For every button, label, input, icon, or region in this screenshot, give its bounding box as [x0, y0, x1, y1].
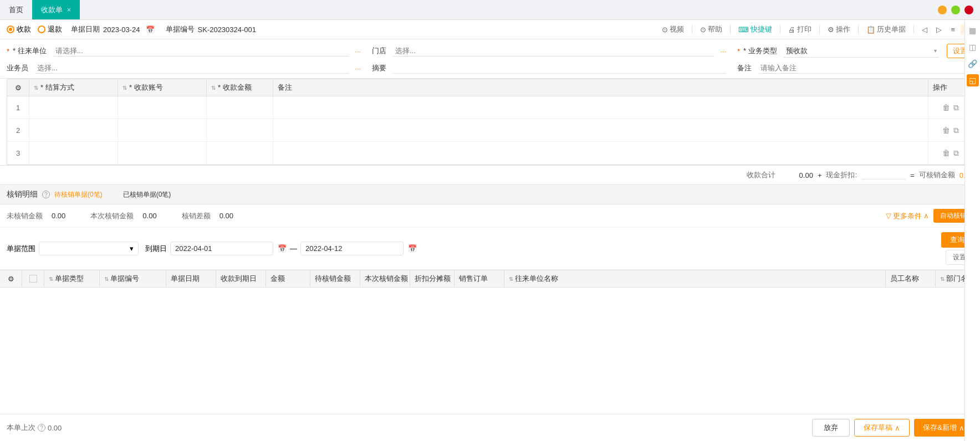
divider-6: [913, 25, 914, 34]
counterpart-more-icon[interactable]: ···: [355, 47, 361, 55]
counterpart-input[interactable]: [53, 45, 349, 57]
minimize-button[interactable]: [938, 6, 947, 14]
last-doc-info-icon[interactable]: ?: [38, 424, 45, 432]
row-3-amount[interactable]: [207, 142, 273, 164]
row-2-copy-icon[interactable]: ⧉: [953, 126, 959, 135]
dth-doc-date-label: 单据日期: [171, 274, 200, 284]
print-icon: 🖨: [788, 25, 795, 34]
refund-radio[interactable]: 退款: [38, 24, 62, 34]
operation-action[interactable]: ⚙ 操作: [824, 23, 854, 35]
verify-title: 核销明细: [7, 189, 38, 199]
receipt-radio[interactable]: 收款: [7, 24, 31, 34]
history-icon: 📋: [866, 25, 875, 34]
maximize-button[interactable]: [951, 6, 960, 14]
verify-stats-row: 未核销金额 0.00 本次核销金额 0.00 核销差额 0.00 ▽ 更多条件 …: [0, 204, 980, 227]
receipt-tab[interactable]: 收款单 ×: [32, 0, 80, 19]
pending-tab[interactable]: 待核销单据(0笔): [54, 190, 103, 199]
staff-input[interactable]: [35, 63, 349, 74]
store-input[interactable]: [393, 45, 714, 57]
done-tab[interactable]: 已核销单据(0笔): [123, 190, 171, 199]
th-sort-icon3[interactable]: ⇅: [211, 85, 216, 91]
close-button[interactable]: [964, 6, 973, 14]
th-amount-label: * 收款金额: [218, 83, 252, 93]
dth-sales-order: 销售订单: [455, 270, 504, 287]
row-2-settle[interactable]: [29, 119, 118, 141]
dth-employee-label: 员工名称: [890, 274, 919, 284]
dth-sort-icon3[interactable]: ⇅: [509, 276, 513, 282]
dth-counterpart: ⇅ 往来单位名称: [504, 270, 886, 287]
dth-sort-icon2[interactable]: ⇅: [104, 276, 109, 282]
video-action[interactable]: ⊙ 视频: [659, 23, 687, 35]
row-2-delete-icon[interactable]: 🗑: [942, 126, 950, 135]
help-action[interactable]: ⊙ 帮助: [697, 23, 726, 35]
biz-type-select[interactable]: 预收款 ▾: [784, 45, 939, 58]
row-1-amount[interactable]: [207, 96, 273, 119]
row-3-note[interactable]: [273, 142, 928, 164]
row-1-note[interactable]: [273, 96, 928, 119]
divider-2: [730, 25, 731, 34]
more-conditions-btn[interactable]: ▽ 更多条件 ∧: [886, 211, 929, 221]
date-from-input[interactable]: [170, 242, 273, 255]
operation-label: 操作: [836, 24, 850, 34]
list-view-action[interactable]: ≡: [947, 24, 958, 35]
range-chevron-icon: ▾: [130, 244, 134, 253]
row-1-delete-icon[interactable]: 🗑: [942, 103, 950, 112]
more-conditions-label: 更多条件: [893, 211, 922, 221]
notes-input[interactable]: [758, 63, 973, 74]
abandon-button[interactable]: 放弃: [812, 419, 850, 437]
verify-info-icon[interactable]: ?: [42, 191, 50, 198]
store-more-icon[interactable]: ···: [720, 47, 726, 55]
divider-4: [819, 25, 820, 34]
row-1-copy-icon[interactable]: ⧉: [953, 103, 959, 112]
row-3-account[interactable]: [118, 142, 207, 164]
row-3-delete-icon[interactable]: 🗑: [942, 148, 950, 157]
help-label: 帮助: [708, 24, 722, 34]
dth-sort-icon[interactable]: ⇅: [49, 276, 53, 282]
total-label: 收款合计: [747, 170, 775, 180]
doc-date-calendar-icon[interactable]: 📅: [144, 24, 157, 35]
prev-action[interactable]: ◁: [918, 24, 931, 35]
dth-gear[interactable]: ⚙: [0, 270, 22, 287]
row-2-note[interactable]: [273, 119, 928, 141]
save-new-label: 保存&新增: [923, 423, 957, 433]
th-sort-icon2[interactable]: ⇅: [122, 85, 127, 91]
summary-input[interactable]: [393, 63, 726, 74]
save-draft-button[interactable]: 保存草稿 ∧: [854, 419, 910, 437]
staff-field: 业务员 ···: [7, 63, 361, 74]
date-to-input[interactable]: [300, 242, 404, 255]
diff-value: 0.00: [220, 212, 233, 220]
sidebar-link-icon[interactable]: 🔗: [967, 58, 979, 70]
date-to-calendar-icon[interactable]: 📅: [408, 244, 417, 253]
range-select[interactable]: ▾: [39, 242, 139, 255]
row-3-copy-icon[interactable]: ⧉: [953, 148, 959, 158]
print-action[interactable]: 🖨 打印: [785, 23, 815, 35]
row-2-amount[interactable]: [207, 119, 273, 141]
sidebar-table-icon[interactable]: ▦: [967, 24, 979, 37]
select-all-checkbox[interactable]: [29, 275, 37, 283]
table-settings-icon[interactable]: ⚙: [7, 79, 29, 96]
staff-more-icon[interactable]: ···: [355, 64, 361, 73]
th-sort-icon[interactable]: ⇅: [34, 85, 38, 91]
refund-radio-dot: [38, 25, 45, 33]
sidebar-expand-icon[interactable]: ◱: [967, 74, 979, 86]
receipt-tab-close[interactable]: ×: [67, 6, 71, 14]
dth-doc-no-label: 单据编号: [110, 274, 139, 284]
shortcut-action[interactable]: ⌨ 快捷键: [735, 23, 775, 35]
next-action[interactable]: ▷: [933, 24, 945, 35]
discount-input[interactable]: [861, 171, 906, 180]
row-2-num: 2: [7, 119, 29, 141]
dth-sort-icon4[interactable]: ⇅: [940, 276, 945, 282]
th-op-label: 操作: [933, 83, 947, 93]
history-action[interactable]: 📋 历史单据: [863, 23, 909, 35]
dth-counterpart-label: 往来单位名称: [515, 274, 558, 284]
row-2-account[interactable]: [118, 119, 207, 141]
sidebar-note-icon[interactable]: ◫: [967, 41, 979, 53]
receipt-radio-dot: [7, 25, 14, 33]
dth-this-verify-label: 本次核销金额: [365, 274, 408, 284]
home-tab[interactable]: 首页: [0, 0, 32, 19]
unchecked-value: 0.00: [52, 212, 65, 220]
row-1-settle[interactable]: [29, 96, 118, 119]
row-1-account[interactable]: [118, 96, 207, 119]
row-3-settle[interactable]: [29, 142, 118, 164]
date-from-calendar-icon[interactable]: 📅: [278, 244, 287, 253]
